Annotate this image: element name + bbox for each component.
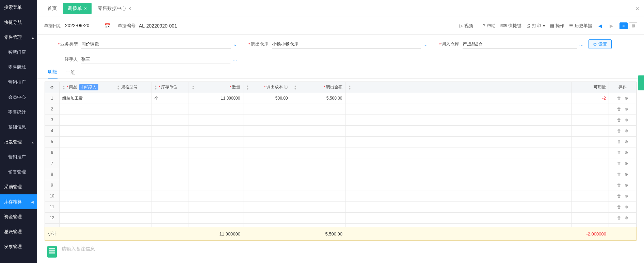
sidebar-item[interactable]: 发票管理 xyxy=(0,239,37,254)
page-tab[interactable]: 首页 xyxy=(43,3,62,14)
delete-row-icon[interactable]: 🗑 xyxy=(617,183,621,188)
video-button[interactable]: ▷视频 xyxy=(460,23,473,29)
delete-row-icon[interactable]: 🗑 xyxy=(617,161,621,166)
next-doc-button[interactable]: ▶ xyxy=(608,23,615,29)
close-icon[interactable]: × xyxy=(84,6,87,11)
page-tab[interactable]: 调拨单× xyxy=(63,3,92,14)
sidebar-item[interactable]: 销售管理 xyxy=(0,164,37,179)
col-available[interactable]: 可用量 xyxy=(571,82,609,93)
add-row-icon[interactable]: ⊕ xyxy=(625,161,628,166)
delete-row-icon[interactable]: 🗑 xyxy=(617,107,621,111)
sidebar-item[interactable]: 营销推广 xyxy=(0,150,37,164)
tab-detail[interactable]: 明细 xyxy=(48,69,58,78)
add-row-icon[interactable]: ⊕ xyxy=(625,194,628,198)
sidebar-item[interactable]: 零售统计 xyxy=(0,105,37,120)
sidebar-item[interactable]: 资金管理 xyxy=(0,209,37,224)
doc-date-input[interactable] xyxy=(65,21,102,30)
settings-button[interactable]: ⚙设置 xyxy=(589,39,612,49)
sidebar-item[interactable]: 零售商城 xyxy=(0,60,37,75)
sidebar-item[interactable]: 基础信息 xyxy=(0,120,37,135)
table-row[interactable]: 8🗑⊕ xyxy=(45,169,636,180)
delete-row-icon[interactable]: 🗑 xyxy=(617,128,621,133)
action-button[interactable]: ▦操作 xyxy=(550,23,564,29)
table-row[interactable]: 6🗑⊕ xyxy=(45,147,636,158)
cell-out-amount[interactable]: 5,500.00 xyxy=(291,93,345,104)
add-row-icon[interactable]: ⊕ xyxy=(625,215,628,220)
delete-row-icon[interactable]: 🗑 xyxy=(617,96,621,101)
col-spec[interactable]: ▲▼规格型号 xyxy=(114,82,151,93)
tab-matrix[interactable]: 二维 xyxy=(66,70,75,78)
chevron-down-icon[interactable]: ⌄ xyxy=(233,41,237,47)
add-row-icon[interactable]: ⊕ xyxy=(625,107,628,111)
sidebar-item[interactable]: 零售管理▴ xyxy=(0,30,37,45)
remark-input[interactable] xyxy=(62,246,634,251)
col-qty[interactable]: ▲▼*数量 xyxy=(189,82,243,93)
add-row-icon[interactable]: ⊕ xyxy=(625,118,628,122)
table-row[interactable]: 7🗑⊕ xyxy=(45,158,636,169)
right-float-tab[interactable] xyxy=(638,75,644,90)
sidebar-item[interactable]: 搜索菜单 xyxy=(0,0,37,15)
cell-unit[interactable]: 个 xyxy=(151,93,189,104)
add-row-icon[interactable]: ⊕ xyxy=(625,150,628,155)
in-wh-input[interactable] xyxy=(463,40,577,49)
table-row[interactable]: 5🗑⊕ xyxy=(45,136,636,147)
delete-row-icon[interactable]: 🗑 xyxy=(617,194,621,198)
delete-row-icon[interactable]: 🗑 xyxy=(617,118,621,122)
table-row[interactable]: 9🗑⊕ xyxy=(45,180,636,191)
card-view-button[interactable]: ▤ xyxy=(629,22,637,29)
table-row[interactable]: 13🗑⊕ xyxy=(45,223,636,227)
col-gear[interactable]: ⚙ xyxy=(45,82,59,93)
close-icon[interactable]: × xyxy=(128,6,131,11)
delete-row-icon[interactable]: 🗑 xyxy=(617,205,621,209)
handler-input[interactable] xyxy=(81,55,230,64)
sidebar-item[interactable]: 会员中心 xyxy=(0,90,37,105)
col-product[interactable]: ▲▼*商品扫码录入 xyxy=(59,82,114,93)
more-icon[interactable]: … xyxy=(423,41,428,47)
add-row-icon[interactable]: ⊕ xyxy=(625,183,628,188)
sidebar-item[interactable]: 智慧门店 xyxy=(0,45,37,60)
sidebar-item[interactable]: 营销推广 xyxy=(0,75,37,90)
col-out-amount[interactable]: ▲▼*调出金额 xyxy=(291,82,345,93)
sidebar-item[interactable]: 批发管理▴ xyxy=(0,135,37,150)
add-row-icon[interactable]: ⊕ xyxy=(625,139,628,144)
close-all-tabs-icon[interactable]: × xyxy=(635,5,639,13)
table-row[interactable]: 10🗑⊕ xyxy=(45,191,636,201)
delete-row-icon[interactable]: 🗑 xyxy=(617,150,621,155)
cell-out-cost[interactable]: 500.00 xyxy=(243,93,291,104)
prev-doc-button[interactable]: ◀ xyxy=(597,23,603,29)
delete-row-icon[interactable]: 🗑 xyxy=(617,215,621,220)
table-row[interactable]: 11🗑⊕ xyxy=(45,201,636,212)
delete-row-icon[interactable]: 🗑 xyxy=(617,172,621,177)
history-button[interactable]: ☰历史单据 xyxy=(569,23,592,29)
add-row-icon[interactable]: ⊕ xyxy=(625,96,628,101)
sidebar-item[interactable]: 快捷导航 xyxy=(0,15,37,30)
cell-product[interactable]: 组装加工费 xyxy=(59,93,114,104)
table-row[interactable]: 4🗑⊕ xyxy=(45,125,636,136)
more-icon[interactable]: … xyxy=(579,41,584,47)
table-row[interactable]: 3🗑⊕ xyxy=(45,115,636,125)
sidebar-item[interactable]: 采购管理 xyxy=(0,179,37,194)
biz-type-input[interactable] xyxy=(81,40,231,49)
calendar-icon[interactable]: 📅 xyxy=(104,23,110,29)
cell-qty[interactable]: 11.000000 xyxy=(189,93,243,104)
table-row[interactable]: 12🗑⊕ xyxy=(45,212,636,223)
table-row[interactable]: 1组装加工费个11.000000500.005,500.00-2🗑⊕ xyxy=(45,93,636,104)
sidebar-item[interactable]: 总账管理 xyxy=(0,224,37,239)
page-tab[interactable]: 零售数据中心× xyxy=(93,3,136,14)
print-button[interactable]: 🖨打印▾ xyxy=(526,23,545,29)
add-row-icon[interactable]: ⊕ xyxy=(625,128,628,133)
cell-blank[interactable] xyxy=(345,93,571,104)
add-row-icon[interactable]: ⊕ xyxy=(625,172,628,177)
col-out-cost[interactable]: ▲▼*调出成本ⓘ xyxy=(243,82,291,93)
table-row[interactable]: 2🗑⊕ xyxy=(45,104,636,115)
cell-spec[interactable] xyxy=(114,93,151,104)
more-icon[interactable]: … xyxy=(232,57,237,62)
shortcut-button[interactable]: ⌨快捷键 xyxy=(500,23,521,29)
out-wh-input[interactable] xyxy=(272,40,421,49)
list-view-button[interactable]: ≡ xyxy=(619,22,628,29)
delete-row-icon[interactable]: 🗑 xyxy=(617,139,621,144)
help-button[interactable]: ?帮助 xyxy=(483,23,496,29)
add-row-icon[interactable]: ⊕ xyxy=(625,205,628,209)
info-icon[interactable]: ⓘ xyxy=(284,84,288,90)
scan-entry-button[interactable]: 扫码录入 xyxy=(79,84,98,90)
